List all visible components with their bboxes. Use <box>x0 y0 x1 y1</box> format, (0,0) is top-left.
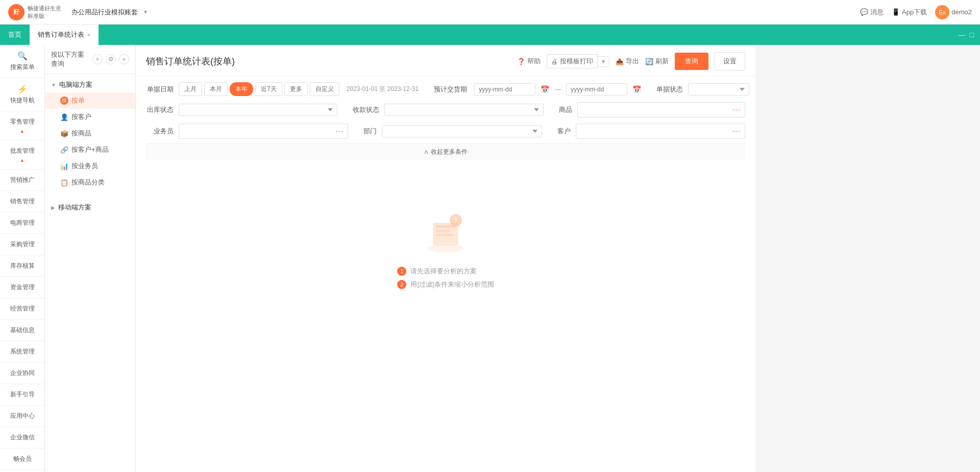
date-range-display: 2023-01-01 至 2023-12-31 <box>347 85 419 93</box>
page-header: 销售订单统计表(按单) ❓ 帮助 🖨 按模板打印 ▼ 📤 <box>136 45 755 76</box>
refresh-btn[interactable]: 🔄 刷新 <box>645 57 669 66</box>
app-title: 办公用品行业模拟账套 <box>71 8 138 17</box>
tab-active[interactable]: 销售订单统计表 × <box>30 25 99 45</box>
tabbar-right: — □ <box>959 31 980 39</box>
app-download-btn[interactable]: 📱 App下载 <box>892 8 927 17</box>
topbar-left: 好 畅捷通好生意 标准版 办公用品行业模拟账套 ▼ <box>8 4 148 20</box>
payment-status-wrapper: 未收款 部分收款 已收款 <box>384 104 543 116</box>
sidebar-item-ecommerce[interactable]: 电商管理 <box>0 213 44 234</box>
logo-text: 畅捷通好生意 标准版 <box>28 5 61 19</box>
tab-home[interactable]: 首页 <box>0 25 30 45</box>
desktop-section-title[interactable]: ▼ 电脑端方案 <box>45 77 135 92</box>
sidebar-item-system[interactable]: 系统管理 <box>0 341 44 363</box>
svg-rect-4 <box>435 234 453 236</box>
product-multi-select[interactable]: ··· <box>577 102 745 117</box>
last-month-btn[interactable]: 上月 <box>179 82 202 96</box>
help-btn[interactable]: ❓ 帮助 <box>517 57 541 66</box>
retail-arrow-icon: ▲ <box>20 128 25 134</box>
wholesale-arrow-icon: ▲ <box>20 157 25 163</box>
tip-num-1: 1 <box>397 267 406 276</box>
page-actions: ❓ 帮助 🖨 按模板打印 ▼ 📤 导出 <box>517 52 745 70</box>
empty-tips: 1 请先选择要分析的方案 2 用[过滤]条件来缩小分析范围 <box>397 267 494 289</box>
delivery-status-wrapper: 未出库 部分出库 已出库 <box>179 104 337 116</box>
sidebar-item-appstore[interactable]: 应用中心 <box>0 406 44 427</box>
sidebar-item-inventory[interactable]: 库存核算 <box>0 255 44 277</box>
user-area[interactable]: Ea demo2 <box>935 5 972 19</box>
sidebar-item-operations[interactable]: 经营管理 <box>0 298 44 320</box>
export-btn[interactable]: 📤 导出 <box>616 57 639 66</box>
scheme-item-by-category[interactable]: 📋 按商品分类 <box>45 174 135 191</box>
customer-label: 客户 <box>557 127 571 136</box>
customer-multi-select[interactable]: ··· <box>576 124 745 139</box>
print-template-btn[interactable]: 🖨 按模板打印 <box>547 54 598 68</box>
tab-close-btn[interactable]: × <box>87 32 90 38</box>
calendar-end-icon[interactable]: 📅 <box>632 85 641 93</box>
tab-minimize-btn[interactable]: — <box>959 31 966 39</box>
this-month-btn[interactable]: 本月 <box>204 82 228 96</box>
department-wrapper <box>382 125 542 137</box>
department-select[interactable] <box>382 125 542 137</box>
tab-maximize-btn[interactable]: □ <box>970 31 974 39</box>
mobile-scheme-section: ▶ 移动端方案 <box>45 197 135 218</box>
settings-scheme-btn[interactable]: ⚙ <box>106 54 116 64</box>
delivery-status-label: 出库状态 <box>146 105 174 114</box>
sidebar-item-finance[interactable]: 资金管理 <box>0 277 44 298</box>
calendar-start-icon[interactable]: 📅 <box>541 85 549 93</box>
collapse-scheme-btn[interactable]: « <box>119 54 129 64</box>
sidebar-item-wechat[interactable]: 企业微信 <box>0 427 44 449</box>
sidebar-item-sales[interactable]: 销售管理 <box>0 191 44 213</box>
quick-nav-icon: ⚡ <box>17 84 28 94</box>
logo-area[interactable]: 好 畅捷通好生意 标准版 <box>8 4 61 20</box>
scheme-item-by-cust-prod[interactable]: 🔗 按客户+商品 <box>45 141 135 158</box>
tabbar: 首页 销售订单统计表 × — □ <box>0 25 980 45</box>
left-panel-header: 按以下方案查询 + ⚙ « <box>45 45 135 74</box>
bill-status-select[interactable]: 待审核 已审核 已关闭 <box>688 83 749 96</box>
date-separator: — <box>554 85 561 93</box>
sidebar-item-retail[interactable]: 零售管理 ▲ <box>0 111 44 140</box>
custom-date-btn[interactable]: 自定义 <box>310 82 339 96</box>
sidebar-item-membership[interactable]: 畅会员 <box>0 449 44 470</box>
this-year-btn[interactable]: 本年 <box>230 82 253 96</box>
sidebar-item-purchase[interactable]: 采购管理 <box>0 234 44 255</box>
payment-status-label: 收款状态 <box>353 105 379 114</box>
add-scheme-btn[interactable]: + <box>92 54 103 64</box>
sidebar-item-search[interactable]: 🔍 搜索菜单 <box>0 45 44 78</box>
message-btn[interactable]: 💬 消息 <box>860 8 884 17</box>
query-btn[interactable]: 查询 <box>675 53 708 70</box>
svg-rect-2 <box>435 225 456 228</box>
sidebar-item-newbie[interactable]: 新手引导 <box>0 384 44 406</box>
sidebar-item-basic[interactable]: 基础信息 <box>0 320 44 341</box>
expected-delivery-start[interactable] <box>474 83 535 96</box>
delivery-status-select[interactable]: 未出库 部分出库 已出库 <box>179 104 337 116</box>
scheme-query-label: 按以下方案查询 <box>51 50 89 68</box>
sidebar-item-quick-nav[interactable]: ⚡ 快捷导航 <box>0 78 44 111</box>
mobile-section-title[interactable]: ▶ 移动端方案 <box>45 200 135 215</box>
salesman-multi-select[interactable]: ··· <box>179 124 348 139</box>
payment-status-select[interactable]: 未收款 部分收款 已收款 <box>384 104 543 116</box>
print-btn-group: 🖨 按模板打印 ▼ <box>547 54 609 68</box>
filter-row-2: 出库状态 未出库 部分出库 已出库 收款状态 未收款 <box>146 102 745 117</box>
scheme-item-by-salesman[interactable]: 📊 按业务员 <box>45 158 135 174</box>
empty-tip-2: 2 用[过滤]条件来缩小分析范围 <box>397 280 494 289</box>
svg-rect-3 <box>435 230 451 232</box>
scheme-item-by-customer[interactable]: 👤 按客户 <box>45 109 135 125</box>
sidebar-item-enterprise[interactable]: 企业协同 <box>0 363 44 384</box>
expected-delivery-end[interactable] <box>566 83 627 96</box>
topbar-right: 💬 消息 📱 App下载 Ea demo2 <box>860 5 972 19</box>
left-panel: 按以下方案查询 + ⚙ « ▼ 电脑端方案 按 按单 👤 按客户 <box>45 45 136 472</box>
scheme-item-by-order[interactable]: 按 按单 <box>45 92 135 109</box>
print-dropdown-btn[interactable]: ▼ <box>598 56 609 67</box>
more-date-btn[interactable]: 更多 <box>284 82 308 96</box>
collapse-bar[interactable]: ∧ 收起更多条件 <box>146 143 745 160</box>
scheme-item-by-product[interactable]: 📦 按商品 <box>45 125 135 141</box>
by-salesman-icon: 📊 <box>60 162 68 170</box>
empty-illustration: ? <box>420 207 471 258</box>
expected-delivery-label: 预计交货期 <box>434 85 467 94</box>
settings-btn[interactable]: 设置 <box>715 52 745 70</box>
sidebar: 🔍 搜索菜单 ⚡ 快捷导航 零售管理 ▲ 批发管理 ▲ 营销推广 销售管理 电商… <box>0 45 45 472</box>
tip-num-2: 2 <box>397 280 406 289</box>
sidebar-item-marketing[interactable]: 营销推广 <box>0 170 44 191</box>
sidebar-item-wholesale[interactable]: 批发管理 ▲ <box>0 140 44 170</box>
app-title-dropdown[interactable]: ▼ <box>143 9 148 15</box>
last-7days-btn[interactable]: 近7天 <box>255 82 282 96</box>
